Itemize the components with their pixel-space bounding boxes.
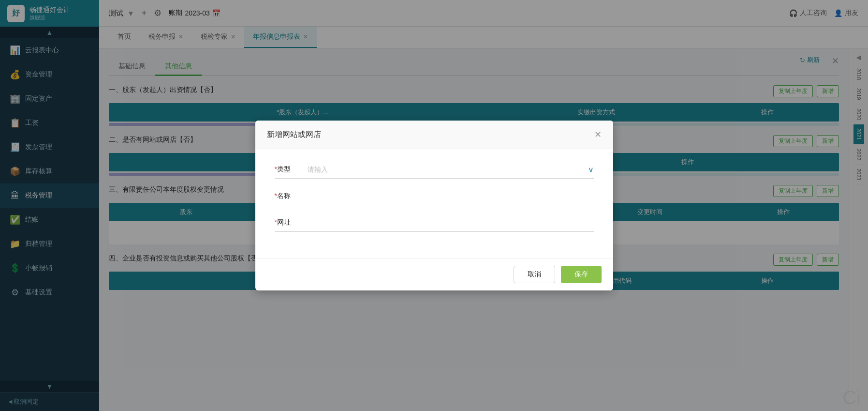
- name-field-row: *名称: [275, 190, 594, 205]
- save-button[interactable]: 保存: [561, 266, 602, 283]
- url-field-row: *网址: [275, 217, 594, 232]
- type-dropdown-icon: ∨: [588, 165, 594, 174]
- name-label: *名称: [275, 192, 304, 200]
- type-label: *类型: [275, 165, 304, 174]
- modal-close-button[interactable]: ✕: [594, 129, 602, 140]
- modal-overlay: 新增网站或网店 ✕ *类型 ∨ *名称: [0, 0, 868, 411]
- type-field-row: *类型 ∨: [275, 164, 594, 179]
- modal-body: *类型 ∨ *名称 *网址: [255, 149, 613, 258]
- add-website-modal: 新增网站或网店 ✕ *类型 ∨ *名称: [255, 121, 613, 290]
- form-field-name: *名称: [275, 190, 594, 205]
- modal-header: 新增网站或网店 ✕: [255, 121, 613, 149]
- modal-title: 新增网站或网店: [267, 130, 321, 140]
- modal-footer: 取消 保存: [255, 258, 613, 290]
- form-field-url: *网址: [275, 217, 594, 232]
- name-input[interactable]: [304, 190, 594, 202]
- type-input[interactable]: [304, 164, 588, 175]
- cancel-button[interactable]: 取消: [514, 266, 555, 283]
- form-field-type: *类型 ∨: [275, 164, 594, 179]
- url-label: *网址: [275, 218, 304, 227]
- url-input[interactable]: [304, 217, 594, 228]
